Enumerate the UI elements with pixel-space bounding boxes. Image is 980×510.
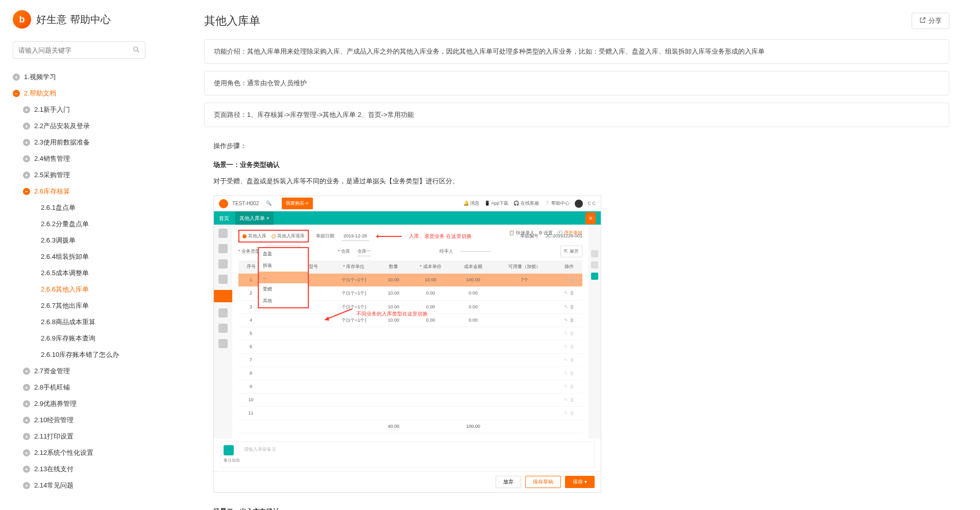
nav-item[interactable]: 2.6.1盘点单: [13, 200, 140, 216]
rc-icon[interactable]: [591, 250, 598, 257]
nav-icon-7[interactable]: [218, 324, 228, 333]
expand-icon[interactable]: +: [23, 449, 30, 456]
sidebar: b 好生意 帮助中心 +1.视频学习−2.帮助文档+2.1新手入门+2.2产品安…: [0, 0, 153, 510]
rc-icon[interactable]: [591, 261, 598, 269]
nav-item-label: 2.7资金管理: [34, 367, 70, 376]
nav-item-label: 2.3使用前数据准备: [34, 138, 90, 147]
warehouse-value[interactable]: 仓库一: [357, 247, 371, 256]
search-icon[interactable]: [133, 46, 140, 55]
avatar[interactable]: [575, 200, 583, 208]
discard-button[interactable]: 放弃: [496, 476, 521, 488]
share-button[interactable]: 分享: [912, 13, 949, 29]
tab-entry[interactable]: 其他入库单 ×: [235, 211, 274, 225]
nav-item[interactable]: +2.4销售管理: [13, 151, 140, 167]
nav-icon-4[interactable]: [218, 275, 228, 284]
nav-item[interactable]: +2.12系统个性化设置: [13, 445, 140, 461]
nav-item[interactable]: 2.6.3调拨单: [13, 232, 140, 249]
nav-item[interactable]: +2.5采购管理: [13, 167, 140, 183]
nav-icon-active[interactable]: [214, 290, 232, 302]
dd-item[interactable]: ...: [259, 272, 308, 283]
embedded-screenshot: TEST-H002 🔍 我要购买-> 🔔 消息 📱 App下载 🎧 在线客服 ❔…: [213, 196, 601, 493]
nav-item[interactable]: +2.14常见问题: [13, 477, 140, 494]
expand-icon[interactable]: +: [23, 417, 30, 424]
table-row[interactable]: 6✎ 🗑: [238, 340, 582, 353]
dd-item[interactable]: 其他: [259, 295, 308, 307]
expand-icon[interactable]: +: [23, 139, 30, 146]
close-icon[interactable]: ✕: [585, 212, 596, 224]
expand-button[interactable]: ⇱ 展开: [560, 246, 582, 257]
nav-item[interactable]: +2.9优惠券管理: [13, 396, 140, 412]
table-row[interactable]: 10✎ 🗑: [238, 394, 582, 407]
remark-placeholder[interactable]: 请输入单据备注: [244, 445, 276, 454]
nav-item[interactable]: +2.3使用前数据准备: [13, 134, 140, 151]
top-link-msg[interactable]: 🔔 消息: [463, 199, 480, 208]
expand-icon[interactable]: +: [23, 384, 30, 391]
nav-item[interactable]: 2.6.8商品成本重算: [13, 314, 140, 330]
expand-icon[interactable]: +: [23, 466, 30, 473]
top-link-service[interactable]: 🎧 在线客服: [513, 199, 539, 208]
nav-item[interactable]: +2.2产品安装及登录: [13, 118, 140, 134]
article-body: 操作步骤： 场景一：业务类型确认 对于受赠、盘盈或是拆装入库等不同的业务，是通过…: [204, 140, 949, 510]
expand-icon[interactable]: +: [13, 74, 20, 81]
nav-item[interactable]: 2.6.9库存账本查询: [13, 330, 140, 347]
nav-item[interactable]: 2.6.7其他出库单: [13, 298, 140, 314]
tab-home[interactable]: 首页: [219, 213, 229, 223]
nav-item[interactable]: +1.视频学习: [13, 69, 140, 85]
nav-icon-1[interactable]: [218, 229, 228, 238]
radio-in[interactable]: 其他入库: [248, 232, 266, 240]
expand-icon[interactable]: +: [23, 482, 30, 489]
radio-return[interactable]: 其他入库退库: [277, 232, 305, 240]
promo-button[interactable]: 我要购买->: [282, 198, 312, 209]
expand-icon[interactable]: +: [23, 433, 30, 440]
nav-item[interactable]: −2.6库存核算: [13, 183, 140, 200]
dd-item[interactable]: 受赠: [259, 283, 308, 295]
top-link-app[interactable]: 📱 App下载: [484, 199, 508, 208]
nav-icon-8[interactable]: [218, 339, 228, 348]
username: C C: [588, 199, 596, 208]
date-value[interactable]: 2019-12-26: [341, 232, 369, 241]
collapse-icon[interactable]: −: [13, 90, 20, 97]
dd-item[interactable]: 盘盈: [259, 248, 308, 260]
nav-item[interactable]: +2.10经营管理: [13, 412, 140, 428]
table-row[interactable]: 7✎ 🗑: [238, 353, 582, 367]
nav-item[interactable]: +2.1新手入门: [13, 102, 140, 118]
nav-item[interactable]: +2.11打印设置: [13, 428, 140, 445]
table-row[interactable]: 9✎ 🗑: [238, 380, 582, 394]
expand-icon[interactable]: +: [23, 400, 30, 407]
table-row[interactable]: 11✎ 🗑: [238, 407, 582, 420]
nav-icon-2[interactable]: [218, 244, 228, 253]
nav-item[interactable]: 2.6.4组装拆卸单: [13, 249, 140, 265]
nav-item-label: 2.6.9库存账本查询: [41, 334, 95, 343]
expand-icon[interactable]: +: [23, 106, 30, 113]
nav-item[interactable]: −2.帮助文档: [13, 85, 140, 102]
nav-icon-3[interactable]: [218, 259, 228, 269]
expand-icon[interactable]: +: [23, 368, 30, 375]
nav-icon-6[interactable]: [218, 308, 228, 318]
handler-input[interactable]: [460, 251, 491, 252]
nav-item[interactable]: +2.13在线支付: [13, 461, 140, 477]
nav-item-label: 2.2产品安装及登录: [34, 122, 90, 131]
biztype-dropdown[interactable]: 盘盈 拆装 ... 受赠 其他: [258, 247, 309, 308]
collapse-icon[interactable]: −: [23, 188, 30, 195]
expand-icon[interactable]: +: [23, 172, 30, 179]
radio-dot-icon: [242, 234, 247, 238]
nav-item[interactable]: 2.6.5成本调整单: [13, 265, 140, 281]
nav-item[interactable]: +2.8手机旺铺: [13, 379, 140, 396]
dd-item[interactable]: 拆装: [259, 260, 308, 272]
nav-item[interactable]: 2.6.10库存账本错了怎么办: [13, 347, 140, 363]
top-link-help[interactable]: ❔ 帮助中心: [544, 199, 570, 208]
nav-item[interactable]: 2.6.6其他入库单: [13, 281, 140, 298]
entry-type-radio-group[interactable]: 其他入库 其他入库退库: [238, 230, 309, 242]
save-draft-button[interactable]: 保存草稿: [525, 476, 561, 488]
save-button[interactable]: 保存 ▾: [565, 476, 595, 488]
table-row[interactable]: 5✎ 🗑: [238, 327, 582, 340]
table-row[interactable]: 8✎ 🗑: [238, 367, 582, 380]
rc-icon[interactable]: [591, 273, 598, 280]
nav-item[interactable]: 2.6.2分量盘点单: [13, 216, 140, 232]
search-box[interactable]: [13, 41, 145, 59]
svg-marker-3: [324, 317, 329, 321]
expand-icon[interactable]: +: [23, 123, 30, 130]
nav-item[interactable]: +2.7资金管理: [13, 363, 140, 379]
expand-icon[interactable]: +: [23, 155, 30, 162]
search-input[interactable]: [18, 46, 133, 54]
